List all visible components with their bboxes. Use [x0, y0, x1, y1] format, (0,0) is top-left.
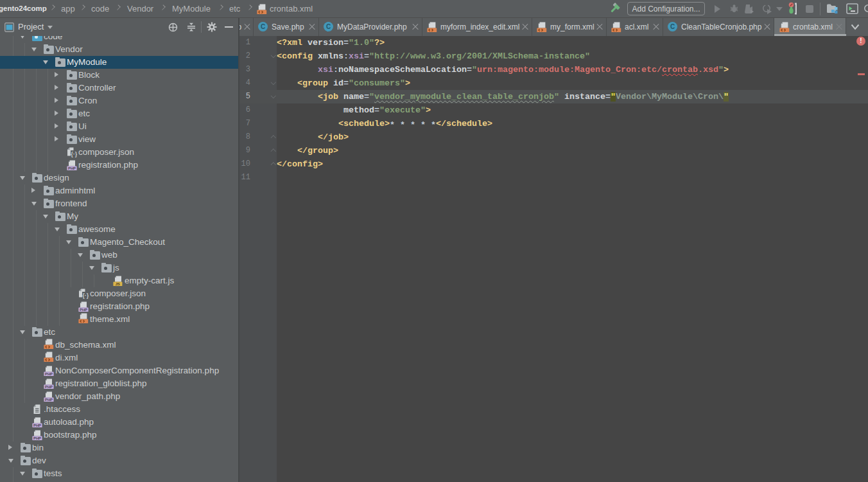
svg-text:PHP: PHP [33, 436, 41, 440]
svg-text:{·}: {·} [82, 292, 89, 299]
svg-text:PHP: PHP [45, 385, 53, 389]
svg-text:{·}: {·} [71, 151, 77, 157]
svg-text:JS: JS [115, 281, 120, 286]
svg-text:PHP: PHP [45, 372, 53, 376]
svg-text:PHP: PHP [68, 166, 76, 170]
svg-text:PHP: PHP [45, 398, 53, 402]
svg-text:PHP: PHP [80, 308, 87, 312]
svg-text:PHP: PHP [33, 424, 41, 427]
